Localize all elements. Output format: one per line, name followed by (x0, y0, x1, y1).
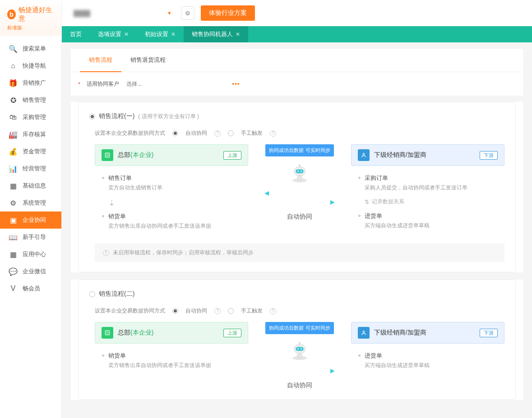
close-icon[interactable]: ✕ (236, 31, 240, 37)
filter-label: 适用协同客户 (87, 80, 119, 88)
col-title: 总部(本企业) (118, 151, 223, 159)
process-1: 销售流程(一) ( 适用于双方企业有订单 ) 设置本企业交易数据协同方式 自动协… (78, 102, 516, 272)
process-radio[interactable] (89, 114, 95, 119)
sync-label: 自动协同 (287, 381, 312, 390)
nav-label: 销售管理 (23, 96, 46, 104)
nav-item-3[interactable]: ✪销售管理 (0, 92, 61, 109)
flow-item: 销货单卖方销售出库自动协同或者手工发送该单据 (108, 352, 248, 369)
help-icon[interactable]: ? (214, 308, 221, 314)
flow-col-head: 总部(本企业) 上游 (95, 322, 248, 344)
sync-arrows-icon (259, 366, 340, 378)
settings-icon[interactable]: ⚙ (181, 6, 194, 20)
svg-marker-14 (264, 191, 269, 196)
logo-sub: 标准版 (7, 24, 54, 31)
more-icon[interactable]: ••• (232, 80, 240, 87)
nav-label: 资金管理 (23, 147, 46, 156)
org-select[interactable]: ████ ▼ (71, 6, 175, 20)
radio-auto[interactable] (172, 308, 178, 314)
building-icon (102, 327, 113, 339)
process-title: 销售流程(二) (99, 290, 134, 298)
nav-label: 搜索菜单 (23, 45, 46, 53)
experience-button[interactable]: 体验行业方案 (201, 5, 255, 21)
tab-2[interactable]: 初始设置✕ (137, 26, 184, 42)
user-icon (358, 327, 370, 339)
nav-item-2[interactable]: 🎁营销推广 (0, 74, 61, 92)
subtab-1[interactable]: 销售退货流程 (121, 49, 175, 72)
col-title: 总部(本企业) (118, 329, 223, 337)
nav-icon: ▦ (9, 182, 17, 190)
flow-right: 下级经销商/加盟商 下游 采购订单采购人员提交，自动协同或者手工发送订单⇅记录数… (351, 144, 504, 236)
nav-item-12[interactable]: ▦应用中心 (0, 246, 61, 263)
flow-center: 协同成功后数据 可实时同步 自动协同 (259, 144, 340, 221)
svg-rect-22 (108, 333, 109, 334)
nav-label: 营销推广 (23, 79, 46, 87)
svg-rect-21 (106, 333, 107, 334)
logo-icon: b (7, 9, 16, 19)
nav-icon: 🔍 (9, 45, 17, 53)
nav-item-10[interactable]: ▣企业协同 (0, 211, 61, 229)
nav-item-14[interactable]: V畅会员 (0, 280, 61, 297)
flow-right: 下级经销商/加盟商 下游 进货单买方端自动生成进货单草稿 (351, 322, 504, 376)
tip-bubble: 协同成功后数据 可实时同步 (265, 144, 333, 156)
swap-icon: ⇅ (365, 199, 369, 205)
tabs-bar: 首页选项设置✕初始设置✕销售协同机器人✕ (62, 26, 532, 42)
badge: 上游 (223, 151, 241, 160)
process-sub: ( 适用于双方企业有订单 ) (138, 113, 199, 120)
nav-item-4[interactable]: 🛍采购管理 (0, 109, 61, 126)
close-icon[interactable]: ✕ (124, 31, 129, 37)
svg-point-33 (363, 331, 365, 333)
help-icon[interactable]: ? (214, 130, 221, 137)
nav-icon: 🎁 (9, 79, 17, 87)
flow-item: 销售订单卖方自动生成销售订单 (108, 174, 248, 192)
help-icon[interactable]: ? (270, 308, 276, 314)
sidebar: b 畅捷通好生意 标准版 🔍搜索菜单⌂快捷导航🎁营销推广✪销售管理🛍采购管理🏭库… (0, 0, 62, 418)
nav-item-11[interactable]: 📖新手引导 (0, 229, 61, 246)
nav-icon: ⚙ (9, 199, 17, 207)
nav-item-6[interactable]: 💰资金管理 (0, 143, 61, 160)
nav-label: 系统管理 (23, 199, 46, 207)
tab-0[interactable]: 首页 (62, 26, 90, 42)
nav-label: 企业协同 (23, 216, 46, 224)
flow-item: 采购订单采购人员提交，自动协同或者手工发送订单 (365, 174, 504, 192)
radio-auto[interactable] (172, 130, 178, 136)
subtab-0[interactable]: 销售流程 (80, 49, 121, 72)
customer-select[interactable] (124, 78, 227, 89)
sub-tabs: 销售流程销售退货流程 (71, 49, 523, 72)
svg-point-9 (301, 171, 302, 172)
nav-item-8[interactable]: ▦基础信息 (0, 177, 61, 194)
nav-icon: 💰 (9, 147, 17, 156)
badge: 下游 (480, 329, 498, 337)
svg-rect-28 (297, 354, 302, 358)
svg-marker-16 (330, 200, 335, 205)
radio-manual[interactable] (228, 130, 234, 136)
nav-label: 企业微信 (23, 267, 46, 276)
sync-mode-row: 设置本企业交易数据协同方式 自动协同 ? 手工触发 ? (95, 129, 504, 137)
nav-item-1[interactable]: ⌂快捷导航 (0, 57, 61, 74)
flow-item: 进货单买方端自动生成进货单草稿 (365, 212, 504, 230)
process-radio[interactable] (89, 291, 95, 297)
flow-left: 总部(本企业) 上游 销售订单卖方自动生成销售订单⇣销货单卖方销售出库自动协同或… (95, 144, 248, 236)
nav-label: 快捷导航 (23, 62, 46, 70)
nav-label: 经营管理 (23, 165, 46, 173)
topbar: ████ ▼ ⚙ 体验行业方案 (62, 0, 532, 26)
info-icon: ! (103, 250, 109, 256)
svg-point-26 (297, 349, 299, 350)
nav-item-7[interactable]: 📊经营管理 (0, 160, 61, 177)
nav-label: 应用中心 (23, 250, 46, 258)
nav-item-9[interactable]: ⚙系统管理 (0, 194, 61, 211)
user-icon (358, 149, 370, 161)
svg-rect-10 (297, 176, 302, 181)
help-icon[interactable]: ? (270, 130, 276, 137)
tab-3[interactable]: 销售协同机器人✕ (184, 26, 248, 42)
nav-icon: ⌂ (9, 62, 17, 70)
nav-label: 库存核算 (23, 130, 46, 138)
close-icon[interactable]: ✕ (171, 31, 176, 37)
nav-item-5[interactable]: 🏭库存核算 (0, 126, 61, 143)
nav-item-0[interactable]: 🔍搜索菜单 (0, 40, 61, 57)
nav-item-13[interactable]: 💬企业微信 (0, 263, 61, 280)
robot-icon (287, 158, 312, 184)
building-icon (102, 149, 113, 161)
badge: 下游 (480, 151, 498, 160)
tab-1[interactable]: 选项设置✕ (90, 26, 137, 42)
radio-manual[interactable] (228, 308, 234, 314)
